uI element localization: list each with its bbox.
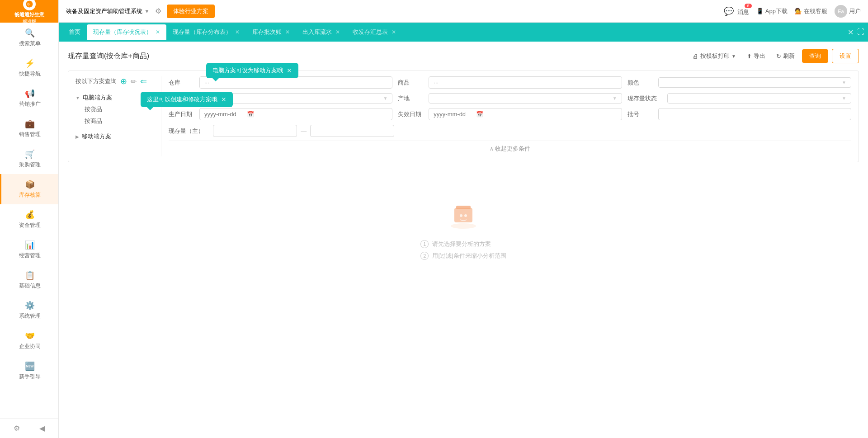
user-menu[interactable]: Ea 用户 <box>835 5 861 18</box>
filter-row-4: 现存量（主） — <box>169 125 851 137</box>
tooltip-close-btn-2[interactable]: ✕ <box>221 96 226 103</box>
filter-field-warehouse: 仓库 ··· <box>169 76 392 89</box>
svg-point-6 <box>464 214 467 217</box>
production-date-input[interactable] <box>204 111 245 118</box>
tab-label: 现存量（库存分布表） <box>173 28 231 36</box>
tab-inventory-status[interactable]: 现存量（库存状况表） ✕ <box>87 24 166 40</box>
system-title-dropdown[interactable]: 装备及固定资产辅助管理系统 ▼ <box>66 7 150 15</box>
tab-close-icon[interactable]: ✕ <box>156 29 160 35</box>
sidebar-item-label: 系统管理 <box>19 312 41 320</box>
sidebar-item-inventory[interactable]: 📦 库存核算 <box>0 174 58 204</box>
online-service-btn[interactable]: 💁 在线客服 <box>795 7 827 15</box>
range-separator: — <box>301 127 307 134</box>
sidebar-item-label: 企业协同 <box>19 343 41 350</box>
sidebar-item-label: 销售管理 <box>19 131 41 138</box>
tab-inventory-dist[interactable]: 现存量（库存分布表） ✕ <box>166 24 246 40</box>
sidebar-logo: 6 畅通通好生意 标准版 <box>0 0 58 23</box>
svg-text:6: 6 <box>27 2 29 6</box>
sidebar-item-label: 快捷导航 <box>19 70 41 78</box>
sidebar-item-guide[interactable]: 🆕 新手引导 <box>0 356 58 386</box>
sidebar-item-marketing[interactable]: 📢 营销推广 <box>0 83 58 113</box>
warehouse-select[interactable]: ··· <box>199 76 392 89</box>
sidebar-item-sales[interactable]: 💼 销售管理 <box>0 113 58 144</box>
tab-close-icon[interactable]: ✕ <box>335 29 340 35</box>
sidebar-footer: ⚙ ◀ <box>0 418 58 438</box>
collapse-sidebar-icon[interactable]: ◀ <box>39 424 45 433</box>
trial-button[interactable]: 体验行业方案 <box>167 5 215 18</box>
settings-footer-icon[interactable]: ⚙ <box>14 424 20 433</box>
sidebar-item-operations[interactable]: 📊 经营管理 <box>0 235 58 265</box>
marketing-icon: 📢 <box>25 89 35 99</box>
app-download-btn[interactable]: 📱 App下载 <box>756 7 788 15</box>
sidebar-item-enterprise[interactable]: 🤝 企业协同 <box>0 325 58 356</box>
empty-step-2: 2 用[过滤]条件来缩小分析范围 <box>420 250 506 262</box>
settings-icon[interactable]: ⚙ <box>155 7 161 15</box>
sidebar-item-basics[interactable]: 📋 基础信息 <box>0 265 58 295</box>
sidebar-item-quicknav[interactable]: ⚡ 快捷导航 <box>0 53 58 83</box>
status-chevron-icon: ▼ <box>842 96 846 101</box>
service-icon: 💁 <box>795 8 802 14</box>
product-select[interactable]: ··· <box>429 76 622 89</box>
tab-home[interactable]: 首页 <box>62 24 87 40</box>
sidebar-item-purchase[interactable]: 🛒 采购管理 <box>0 144 58 174</box>
reset-button[interactable]: 设置 <box>832 49 859 63</box>
scheme-group-mobile-title[interactable]: ▶ 移动端方案 <box>75 131 156 142</box>
color-select[interactable]: ▼ <box>658 77 851 88</box>
step-1-label: 请先选择要分析的方案 <box>432 238 491 250</box>
online-service-label: 在线客服 <box>804 7 827 15</box>
user-avatar: Ea <box>835 5 847 18</box>
collapse-bar[interactable]: ∧ 收起更多条件 <box>169 141 851 156</box>
tab-receive-send[interactable]: 收发存汇总表 ✕ <box>346 24 402 40</box>
color-chevron-icon: ▼ <box>842 80 846 85</box>
sidebar-item-label: 资金管理 <box>19 221 41 229</box>
batch-input[interactable] <box>658 108 851 120</box>
tooltip-text-2: 这里可以创建和修改方案哦 <box>147 95 217 104</box>
production-date-picker[interactable]: 📅 <box>199 108 392 120</box>
quantity-max-input[interactable] <box>310 125 394 137</box>
tab-close-icon[interactable]: ✕ <box>392 29 396 35</box>
scheme-arrow-btn[interactable]: ⇐ <box>140 76 147 86</box>
query-button[interactable]: 查询 <box>802 49 828 63</box>
tab-close-icon[interactable]: ✕ <box>285 29 290 35</box>
scheme-group-mobile: ▶ 移动端方案 <box>75 131 156 142</box>
export-btn[interactable]: ⬆ 导出 <box>743 50 769 62</box>
sidebar-item-system[interactable]: ⚙️ 系统管理 <box>0 295 58 325</box>
expiry-date-input[interactable] <box>434 111 474 118</box>
fullscreen-icon[interactable]: ⛶ <box>857 28 864 37</box>
page-title-bar: 现存量查询(按仓库+商品) 🖨 按模板打印 ▼ ⬆ 导出 ↻ 刷新 <box>68 49 859 63</box>
svg-rect-4 <box>456 206 471 209</box>
status-select[interactable]: ▼ <box>667 93 851 104</box>
message-label: 消息 <box>737 9 749 15</box>
tab-close-icon[interactable]: ✕ <box>235 29 240 35</box>
origin-select[interactable]: ▼ <box>429 93 622 104</box>
production-date-label: 生产日期 <box>169 110 196 118</box>
tooltip-close-btn-1[interactable]: ✕ <box>287 67 292 74</box>
refresh-btn[interactable]: ↻ 刷新 <box>773 50 798 62</box>
filter-row-2: 尺码 ▼ 产地 ▼ <box>169 93 851 104</box>
user-name: 用户 <box>849 7 861 15</box>
svg-point-5 <box>460 214 462 217</box>
top-header-right: 💬 6 消息 📱 App下载 💁 在线客服 Ea 用户 <box>724 5 861 18</box>
notification-wrap[interactable]: 💬 6 消息 <box>724 6 749 16</box>
close-tab-icon[interactable]: ✕ <box>848 28 854 37</box>
group-label: 电脑端方案 <box>83 94 112 102</box>
basics-icon: 📋 <box>25 270 35 280</box>
sidebar-item-search[interactable]: 🔍 搜索菜单 <box>0 23 58 53</box>
tab-inout-flow[interactable]: 出入库流水 ✕ <box>296 24 346 40</box>
notification-badge: 6 <box>745 4 752 8</box>
search-icon: 🔍 <box>25 28 35 38</box>
expiry-date-picker[interactable]: 📅 <box>429 108 622 120</box>
quantity-min-input[interactable] <box>213 125 297 137</box>
add-scheme-btn[interactable]: ⊕ <box>120 76 127 86</box>
scheme-item-product[interactable]: 按商品 <box>75 115 156 127</box>
edit-scheme-btn[interactable]: ✏ <box>131 77 137 86</box>
print-arrow-icon: ▼ <box>731 54 736 59</box>
tab-batch-ledger[interactable]: 库存批次账 ✕ <box>246 24 296 40</box>
content-area: 现存量查询(按仓库+商品) 🖨 按模板打印 ▼ ⬆ 导出 ↻ 刷新 <box>59 42 868 438</box>
product-label: 商品 <box>398 79 425 87</box>
logo-text: 畅通通好生意 <box>14 11 44 18</box>
filter-field-expiry-date: 失效日期 📅 <box>398 108 622 120</box>
sidebar-item-finance[interactable]: 💰 资金管理 <box>0 204 58 235</box>
print-template-btn[interactable]: 🖨 按模板打印 ▼ <box>689 50 740 62</box>
batch-label: 批号 <box>627 110 655 118</box>
